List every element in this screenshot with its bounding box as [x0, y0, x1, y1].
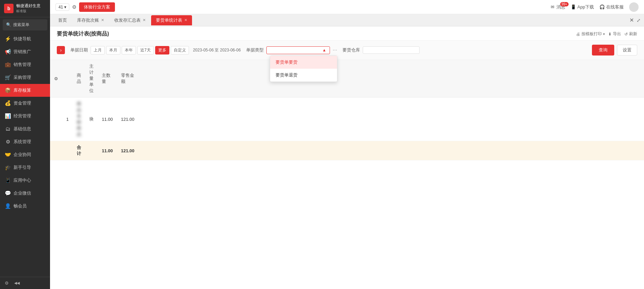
sidebar-item-label: 企业微信: [14, 190, 31, 196]
tab-close-inventory_batch[interactable]: ✕: [101, 18, 104, 22]
sidebar-item-enterprise[interactable]: 🤝 企业协同: [0, 148, 50, 161]
doc-type-dropdown[interactable]: ▲: [266, 46, 330, 54]
total-row: 合计 11.00 121.00: [50, 141, 644, 160]
user-avatar[interactable]: [629, 2, 639, 12]
tab-inventory_batch[interactable]: 库存批次账 ✕: [72, 15, 109, 25]
td-total-index: [62, 141, 73, 160]
table-row: 1 商品名称商品 块 11.00 121.00: [50, 97, 644, 141]
doc-type-filter-group: 单据类型 ▲ ···: [246, 46, 337, 54]
query-btn[interactable]: 查询: [592, 45, 614, 55]
inventory-icon: 📦: [5, 87, 11, 93]
collapse-btn[interactable]: ◀◀: [14, 281, 20, 285]
td-product: 商品名称商品: [73, 97, 85, 141]
search-menu[interactable]: 🔍 搜索菜单: [3, 19, 47, 30]
close-all-tabs-btn[interactable]: ✕: [629, 17, 634, 23]
sidebar-item-label: 畅会员: [14, 203, 27, 209]
search-label: 搜索菜单: [13, 22, 29, 28]
sidebar-item-label: 销售管理: [14, 62, 31, 68]
filter-toggle-btn[interactable]: ›: [57, 46, 65, 54]
th-extra: [139, 60, 644, 97]
finance-icon: 💰: [5, 100, 11, 106]
sidebar-item-apps[interactable]: 📱 应用中心: [0, 174, 50, 187]
tabs-actions: ✕ ⤢: [629, 17, 641, 23]
date-btn-last-month[interactable]: 上月: [91, 46, 105, 54]
date-btn-this-month[interactable]: 本月: [106, 46, 120, 54]
td-quantity: 11.00: [98, 97, 117, 141]
logo-area: b 畅捷通好生意 标准版: [0, 0, 50, 17]
sidebar-item-sales[interactable]: 💼 销售管理: [0, 58, 50, 71]
tab-order_stats[interactable]: 要货单统计表 ✕: [151, 15, 192, 25]
date-btn-custom[interactable]: 自定义: [171, 46, 189, 54]
export-btn[interactable]: ⬇ 导出: [608, 31, 621, 37]
sidebar-item-label: 经营管理: [14, 113, 31, 119]
refresh-btn[interactable]: ↺ 刷新: [624, 31, 637, 37]
logo-text: 畅捷通好生意 标准版: [16, 3, 41, 14]
sidebar-item-purchase[interactable]: 🛒 采购管理: [0, 71, 50, 84]
apps-icon: 📱: [5, 177, 11, 183]
print-btn[interactable]: 🖨 按模板打印 ▾: [576, 31, 605, 37]
td-total-settings: [50, 141, 62, 160]
sidebar-item-members[interactable]: 👤 畅会员: [0, 200, 50, 213]
dropdown-item-order_goods[interactable]: 要货单要货: [270, 56, 337, 69]
sidebar-nav: ⚡ 快捷导航 📢 营销推广 💼 销售管理 🛒 采购管理 📦 库存核算 💰 资金管…: [0, 32, 50, 277]
tab-close-order_stats[interactable]: ✕: [184, 18, 187, 22]
table-header-row: ⚙ 商品 主计量单位 主数量 零售金额: [50, 60, 644, 97]
date-btn-this-year[interactable]: 本年: [122, 46, 136, 54]
warehouse-input[interactable]: [363, 46, 420, 54]
topbar-left: 41 ▾ ⚙ 体验行业方案: [55, 2, 547, 12]
warehouse-filter-group: 要货仓库: [342, 46, 420, 54]
sidebar-item-label: 应用中心: [14, 177, 31, 183]
page-header: 要货单统计表(按商品) 🖨 按模板打印 ▾ ⬇ 导出 ↺ 刷新: [50, 26, 644, 41]
td-amount: 121.00: [117, 97, 139, 141]
tabs-bar: 首页 库存批次账 ✕ 收发存汇总表 ✕ 要货单统计表 ✕ ✕ ⤢: [50, 14, 644, 26]
online-service-btn[interactable]: 🎧 在线客服: [599, 4, 624, 10]
messages-btn[interactable]: ✉ 消息 99+: [551, 4, 565, 10]
sidebar-item-label: 采购管理: [14, 74, 31, 81]
sidebar-item-inventory[interactable]: 📦 库存核算: [0, 84, 50, 97]
sidebar-item-label: 基础信息: [14, 126, 31, 132]
doc-type-dropdown-overlay: 要货单要货 要货单退货: [270, 55, 337, 82]
th-settings[interactable]: ⚙: [50, 60, 62, 97]
sidebar-item-guide[interactable]: 🎓 新手引导: [0, 161, 50, 174]
expand-tabs-btn[interactable]: ⤢: [637, 18, 641, 23]
settings-icon[interactable]: ⚙: [5, 281, 9, 286]
settings-btn[interactable]: 设置: [617, 45, 637, 55]
td-total-amount: 121.00: [117, 141, 139, 160]
settings-icon-topbar[interactable]: ⚙: [72, 4, 76, 10]
sidebar-item-wechat[interactable]: 💬 企业微信: [0, 187, 50, 200]
product-name-blurred: 商品名称商品: [77, 101, 81, 137]
purchase-icon: 🛒: [5, 74, 11, 81]
th-index: [62, 60, 73, 97]
operations-icon: 📊: [5, 113, 11, 119]
sidebar-item-label: 快捷导航: [14, 36, 31, 42]
sidebar-item-marketing[interactable]: 📢 营销推广: [0, 45, 50, 58]
app-download-label: App下载: [577, 4, 594, 10]
sidebar-item-operations[interactable]: 📊 经营管理: [0, 110, 50, 123]
print-label: 按模板打印: [581, 31, 602, 37]
tab-receive_summary[interactable]: 收发存汇总表 ✕: [110, 15, 150, 25]
date-btn-last-7days[interactable]: 近7天: [137, 46, 154, 54]
tab-close-receive_summary[interactable]: ✕: [143, 18, 146, 22]
sidebar-bottom: ⚙ ◀◀: [0, 277, 50, 289]
sidebar-item-quick_nav[interactable]: ⚡ 快捷导航: [0, 32, 50, 45]
td-settings: [50, 97, 62, 141]
shop-selector[interactable]: 41 ▾: [55, 3, 69, 11]
date-btn-more[interactable]: 更多: [155, 46, 169, 54]
sidebar-item-system[interactable]: ⚙ 系统管理: [0, 135, 50, 148]
tab-label: 库存批次账: [77, 17, 99, 23]
td-unit: 块: [85, 97, 98, 141]
sidebar-item-finance[interactable]: 💰 资金管理: [0, 97, 50, 110]
app-download-btn[interactable]: 📱 App下载: [571, 4, 594, 10]
tab-home[interactable]: 首页: [53, 15, 72, 25]
page-title: 要货单统计表(按商品): [57, 30, 109, 38]
doc-type-input[interactable]: [270, 48, 321, 53]
dropdown-item-label: 要货单退货: [276, 72, 297, 77]
industry-btn[interactable]: 体验行业方案: [79, 2, 115, 12]
filter-more-btn[interactable]: ···: [333, 47, 337, 53]
print-icon: 🖨: [576, 32, 580, 37]
sidebar-item-basic[interactable]: 🗂 基础信息: [0, 123, 50, 135]
sidebar-item-label: 系统管理: [14, 139, 31, 145]
logo-icon: b: [4, 4, 14, 13]
td-extra: [139, 97, 644, 141]
dropdown-item-order_return[interactable]: 要货单退货: [270, 69, 337, 82]
